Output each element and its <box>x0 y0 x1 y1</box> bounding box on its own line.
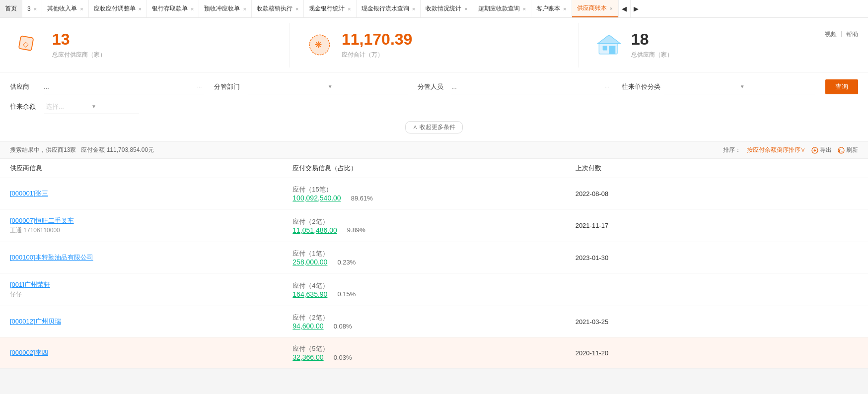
balance-filter-select[interactable]: 选择... ▼ <box>44 99 139 114</box>
close-tab-cash-bank-stats[interactable]: × <box>348 6 351 12</box>
supplier-link-1[interactable]: [000001]张三 <box>10 190 48 197</box>
col-header-trade: 应付交易信息（占比） <box>292 164 575 173</box>
close-tab-cash-bank-flow[interactable]: × <box>412 6 415 12</box>
result-text-2: 应付金额 111,703,854.00元 <box>81 146 154 154</box>
last-pay-1: 2022-08-08 <box>576 190 858 197</box>
collapse-row: ∧ 收起更多条件 <box>10 119 858 137</box>
trade-label-1: 应付（15笔） <box>292 185 575 194</box>
close-tab-3[interactable]: × <box>34 6 37 12</box>
result-bar: 搜索结果中，供应商13家 应付金额 111,703,854.00元 排序： 按应… <box>0 142 868 159</box>
supplier-info-5: [000012]广州贝瑞 <box>10 317 292 326</box>
trade-amount-4[interactable]: 164,635.90 <box>292 290 327 298</box>
trade-label-4: 应付（4笔） <box>292 281 575 290</box>
export-button[interactable]: 导出 <box>811 146 832 154</box>
result-summary: 搜索结果中，供应商13家 应付金额 111,703,854.00元 <box>10 146 154 154</box>
video-link[interactable]: 视频 <box>825 30 837 39</box>
tab-ar-ap-adjust[interactable]: 应收应付调整单 × <box>89 0 147 17</box>
trade-label-2: 应付（2笔） <box>292 217 575 226</box>
tab-supplier-ledger[interactable]: 供应商账本 × <box>572 0 618 17</box>
close-tab-prepay-offset[interactable]: × <box>243 6 246 12</box>
col-header-supplier: 供应商信息 <box>10 164 292 173</box>
close-tab-customer-ledger[interactable]: × <box>563 6 566 12</box>
nav-prev-arrow[interactable]: ◀ <box>618 0 630 17</box>
stats-bar: ◇ 13 总应付供应商（家） ❋ 11,170.39 应付合计（万） <box>0 18 868 72</box>
person-filter-input[interactable] <box>451 83 604 90</box>
trade-amount-6[interactable]: 32,366.00 <box>292 353 323 361</box>
tab-collection-verify[interactable]: 收款核销执行 × <box>252 0 304 17</box>
table-row: [000100]本特勤油品有限公司 应付（1笔） 258,000.00 0.23… <box>0 242 868 273</box>
tab-overdue-query[interactable]: 超期应收款查询 × <box>473 0 531 17</box>
filter-item-category: 往来单位分类 ▼ <box>622 79 816 94</box>
trade-pct-5: 0.08% <box>334 323 352 330</box>
trade-row-4: 164,635.90 0.15% <box>292 290 575 298</box>
stat-number-payable-total: 11,170.39 <box>342 31 412 48</box>
tab-other-income[interactable]: 其他收入单 × <box>42 0 88 17</box>
close-tab-overdue-query[interactable]: × <box>523 6 526 12</box>
trade-info-3: 应付（1笔） 258,000.00 0.23% <box>292 249 575 266</box>
help-link[interactable]: 帮助 <box>846 30 858 39</box>
trade-row-6: 32,366.00 0.03% <box>292 353 575 361</box>
trade-amount-3[interactable]: 258,000.00 <box>292 258 327 266</box>
dept-filter-select[interactable]: ▼ <box>248 79 408 94</box>
trade-amount-1[interactable]: 100,092,540.00 <box>292 194 341 202</box>
close-tab-other-income[interactable]: × <box>80 6 83 12</box>
nav-next-arrow[interactable]: ▶ <box>630 0 642 17</box>
stat-total-suppliers: 18 总供应商（家） 视频 | 帮助 <box>579 23 868 67</box>
top-navigation: 首页 3 × 其他收入单 × 应收应付调整单 × 银行存取款单 × 预收冲应收单… <box>0 0 868 18</box>
close-tab-collection-stats[interactable]: × <box>464 6 467 12</box>
stat-label-total-suppliers: 总供应商（家） <box>631 51 673 59</box>
tab-prepay-offset[interactable]: 预收冲应收单 × <box>199 0 251 17</box>
tab-cash-bank-stats[interactable]: 现金银行统计 × <box>304 0 356 17</box>
stat-content-payable-suppliers: 13 总应付供应商（家） <box>52 31 106 59</box>
last-pay-6: 2020-11-20 <box>576 349 858 357</box>
tab-3[interactable]: 3 × <box>22 0 42 17</box>
supplier-info-3: [000100]本特勤油品有限公司 <box>10 253 292 262</box>
category-filter-select[interactable]: ▼ <box>664 79 816 94</box>
supplier-link-4[interactable]: [001]广州荣轩 <box>10 281 50 288</box>
supplier-link-5[interactable]: [000012]广州贝瑞 <box>10 318 61 325</box>
supplier-filter-input[interactable] <box>44 83 197 90</box>
refresh-button[interactable]: 刷新 <box>838 146 858 154</box>
trade-row-2: 11,051,486.00 9.89% <box>292 226 575 234</box>
balance-filter-value: 选择... <box>46 102 91 111</box>
stat-icon-shop <box>594 30 624 60</box>
trade-pct-2: 9.89% <box>347 226 365 234</box>
supplier-link-3[interactable]: [000100]本特勤油品有限公司 <box>10 254 93 261</box>
close-tab-collection-verify[interactable]: × <box>295 6 298 12</box>
person-filter-dots-icon: ··· <box>604 83 609 90</box>
link-separator: | <box>841 30 842 39</box>
filter-item-supplier: 供应商 ··· <box>10 79 204 94</box>
tab-home[interactable]: 首页 <box>0 0 22 17</box>
tab-collection-stats[interactable]: 收款情况统计 × <box>421 0 473 17</box>
supplier-filter-input-wrapper[interactable]: ··· <box>44 79 204 94</box>
tab-bank-deposit[interactable]: 银行存取款单 × <box>147 0 199 17</box>
close-tab-supplier-ledger[interactable]: × <box>610 5 613 11</box>
trade-pct-3: 0.23% <box>337 259 356 266</box>
supplier-info-1: [000001]张三 <box>10 189 292 198</box>
query-button[interactable]: 查询 <box>825 79 858 94</box>
collapse-button[interactable]: ∧ 收起更多条件 <box>405 121 462 133</box>
tab-cash-bank-flow[interactable]: 现金银行流水查询 × <box>357 0 421 17</box>
trade-row-3: 258,000.00 0.23% <box>292 258 575 266</box>
close-tab-ar-ap-adjust[interactable]: × <box>139 6 142 12</box>
supplier-link-2[interactable]: [000007]恒旺二手叉车 <box>10 217 74 224</box>
close-tab-bank-deposit[interactable]: × <box>191 6 194 12</box>
sort-value[interactable]: 按应付余额倒序排序∨ <box>747 146 805 154</box>
trade-label-5: 应付（2笔） <box>292 313 575 322</box>
trade-amount-2[interactable]: 11,051,486.00 <box>292 226 337 234</box>
person-filter-input-wrapper[interactable]: ··· <box>451 79 612 94</box>
table-header: 供应商信息 应付交易信息（占比） 上次付数 <box>0 159 868 178</box>
filter-item-person: 分管人员 ··· <box>418 79 612 94</box>
stat-icon-diamond: ◇ <box>15 30 45 60</box>
trade-pct-1: 89.61% <box>351 195 373 202</box>
sort-label: 排序： <box>723 146 741 154</box>
trade-amount-5[interactable]: 94,600.00 <box>292 322 323 330</box>
svg-rect-6 <box>609 46 615 54</box>
stat-number-total-suppliers: 18 <box>631 31 673 48</box>
supplier-link-6[interactable]: [000002]李四 <box>10 349 48 356</box>
tab-customer-ledger[interactable]: 客户账本 × <box>531 0 572 17</box>
table-row: [000007]恒旺二手叉车 王通 17106110000 应付（2笔） 11,… <box>0 209 868 242</box>
stat-number-payable-suppliers: 13 <box>52 31 106 48</box>
filter-row-2: 往来余额 选择... ▼ <box>10 99 858 114</box>
stat-content-payable-total: 11,170.39 应付合计（万） <box>342 31 412 59</box>
